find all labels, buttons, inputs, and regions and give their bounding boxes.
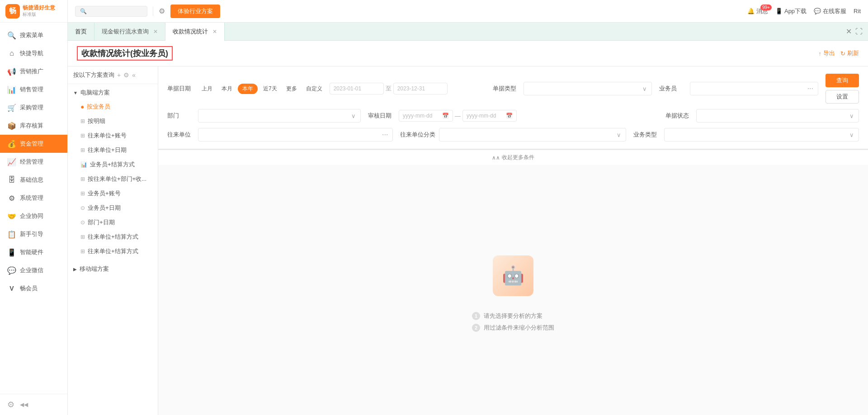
online-service-btn[interactable]: 💬 在线客服 [814,7,846,15]
scheme-item-salesman-account[interactable]: ⊞ 业务员+账号 [68,186,158,201]
sidebar-item-member[interactable]: V 畅会员 [0,279,67,297]
sidebar: 畅 畅捷通好生意 标准版 🔍 搜索菜单 ⌂ 快捷导航 📢 营销推广 📊 销售管理 [0,0,68,415]
sidebar-item-label-inventory: 库存核算 [20,122,43,130]
counterpart-input[interactable]: ··· [198,128,393,141]
sidebar-item-label-member: 畅会员 [20,284,38,292]
scheme-desktop-title[interactable]: ▼ 电脑端方案 [68,86,158,99]
trial-btn[interactable]: 体验行业方案 [170,5,220,18]
review-date-range: yyyy-mm-dd 📅 — yyyy-mm-dd 📅 [399,110,517,122]
scheme-settings-icon[interactable]: ⚙ [123,71,129,79]
footer-settings-icon[interactable]: ⚙ [7,400,14,410]
sidebar-item-enterprise[interactable]: 🤝 企业协同 [0,207,67,225]
sidebar-item-basic[interactable]: 🗄 基础信息 [0,171,67,189]
scheme-item-unit-settle2[interactable]: ⊞ 往来单位+结算方式 [68,244,158,259]
date-tab-this-year[interactable]: 本年 [238,84,258,94]
app-download-btn[interactable]: 📱 App下载 [775,7,807,15]
sidebar-item-finance[interactable]: 💰 资金管理 [0,135,67,153]
scheme-mobile-title[interactable]: ▶ 移动端方案 [68,262,158,276]
topbar-search[interactable]: 🔍 [75,6,147,17]
collapse-bar[interactable]: ∧∧ 收起更多条件 [158,150,868,165]
scheme-item-salesman-settle[interactable]: 📊 业务员+结算方式 [68,157,158,172]
tab-home[interactable]: 首页 [68,23,94,41]
tab-collection-label: 收款情况统计 [173,28,208,36]
tab-collection-close[interactable]: ✕ [212,28,217,35]
counterpart-more-icon[interactable]: ··· [382,131,388,139]
collapse-label: 收起更多条件 [502,154,534,161]
settings-button[interactable]: 设置 [826,90,859,104]
scheme-panel: 按以下方案查询 + ⚙ « ▼ 电脑端方案 ● [68,66,158,415]
counterpart-category-input[interactable]: ∨ [439,128,626,141]
sidebar-item-label-system: 系统管理 [20,194,43,202]
date-tab-more[interactable]: 更多 [283,84,301,94]
scheme-item-dept-date[interactable]: ⊙ 部门+日期 [68,215,158,230]
sidebar-item-shortcut[interactable]: ⌂ 快捷导航 [0,44,67,62]
scheme-item-unit-account[interactable]: ⊞ 往来单位+账号 [68,128,158,143]
tab-bank-close[interactable]: ✕ [153,28,158,35]
sidebar-item-operation[interactable]: 📈 经营管理 [0,153,67,171]
notifications-btn[interactable]: 🔔 消息 99+ [747,7,768,15]
salesman-input[interactable]: ··· [690,82,818,95]
sidebar-item-guide[interactable]: 📋 新手引导 [0,225,67,243]
salesman-label: 业务员 [659,85,686,93]
sidebar-item-sales[interactable]: 📊 销售管理 [0,80,67,99]
scheme-item-salesman-date[interactable]: ⊙ 业务员+日期 [68,201,158,215]
date-tab-last-month[interactable]: 上月 [198,84,216,94]
counterpart-category-chevron: ∨ [617,132,621,138]
sidebar-item-label-operation: 经营管理 [20,158,43,166]
gear-icon[interactable]: ⚙ [159,7,165,15]
scheme-collapse-icon[interactable]: « [132,71,136,79]
voucher-type-label: 单据类型 [493,85,520,93]
scheme-item-icon-10: ⊞ [80,248,85,255]
tip-num-2: 2 [472,324,480,332]
scheme-item-unit-dept[interactable]: ⊞ 按往来单位+部门+收... [68,172,158,186]
scheme-item-icon-6: ⊞ [80,190,85,197]
voucher-type-field: 单据类型 ∨ [493,82,652,95]
business-type-input[interactable]: ∨ [664,128,859,141]
tab-bank[interactable]: 现金银行流水查询 ✕ [94,23,165,41]
department-input[interactable]: ∨ [198,109,361,123]
review-start-input[interactable]: yyyy-mm-dd 📅 [399,110,453,122]
business-type-field: 业务类型 ∨ [633,128,859,141]
sidebar-item-marketing[interactable]: 📢 营销推广 [0,62,67,80]
inventory-icon: 📦 [7,121,16,130]
tab-collection[interactable]: 收款情况统计 ✕ [165,23,225,41]
voucher-status-label: 单据状态 [665,112,693,120]
review-end-input[interactable]: yyyy-mm-dd 📅 [462,110,517,122]
salesman-more-icon[interactable]: ··· [807,85,813,93]
user-avatar[interactable]: Rit [854,8,861,14]
footer-expand-icon[interactable]: ◀◀ [20,401,28,408]
voucher-status-input[interactable]: ∨ [696,109,859,123]
scheme-item-unit-settle1[interactable]: ⊞ 往来单位+结算方式 [68,230,158,244]
query-button[interactable]: 查询 [826,74,859,87]
department-label: 部门 [167,112,194,120]
sidebar-item-system[interactable]: ⚙ 系统管理 [0,189,67,207]
voucher-type-input[interactable]: ∨ [524,82,652,95]
scheme-item-unit-date[interactable]: ⊞ 往来单位+日期 [68,143,158,157]
sidebar-item-label-sales: 销售管理 [20,85,43,94]
date-tab-7days[interactable]: 近7天 [259,84,281,94]
export-btn[interactable]: ↑ 导出 [819,49,835,57]
empty-tip-2: 2 用过滤条件来缩小分析范围 [472,324,554,332]
close-window-icon[interactable]: ✕ [846,27,852,36]
marketing-icon: 📢 [7,67,16,76]
form-row-3: 往来单位 ··· 往来单位分类 ∨ [167,128,859,141]
scheme-item-salesman[interactable]: ● 按业务员 [68,99,158,114]
sidebar-item-wechat[interactable]: 💬 企业微信 [0,261,67,279]
scheme-add-icon[interactable]: + [117,71,121,79]
date-tab-this-month[interactable]: 本月 [218,84,236,94]
chevron-down-icon: ▼ [73,90,78,95]
maximize-icon[interactable]: ⛶ [855,28,863,36]
scheme-item-icon-3: ⊞ [80,147,85,153]
date-start-value: 2023-01-01 [334,85,361,92]
refresh-btn[interactable]: ↻ 刷新 [840,49,859,57]
sidebar-item-inventory[interactable]: 📦 库存核算 [0,117,67,135]
sidebar-item-hardware[interactable]: 📱 智能硬件 [0,243,67,261]
scheme-item-detail[interactable]: ⊞ 按明细 [68,114,158,128]
sidebar-item-purchase[interactable]: 🛒 采购管理 [0,99,67,117]
date-start-input[interactable]: 2023-01-01 [330,83,384,94]
date-end-input[interactable]: 2023-12-31 [393,83,448,94]
logo-area: 畅 畅捷通好生意 标准版 [0,0,67,23]
sidebar-nav: 🔍 搜索菜单 ⌂ 快捷导航 📢 营销推广 📊 销售管理 🛒 采购管理 📦 [0,23,67,394]
sidebar-item-search[interactable]: 🔍 搜索菜单 [0,26,67,44]
date-tab-custom[interactable]: 自定义 [302,84,326,94]
